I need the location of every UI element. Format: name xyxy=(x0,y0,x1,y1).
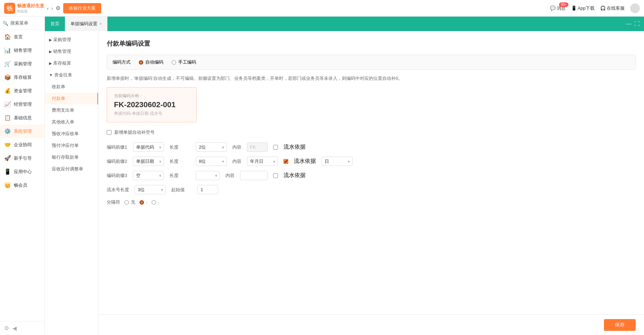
flow1-checkbox[interactable] xyxy=(273,145,278,150)
message-icon: 💬 xyxy=(550,6,556,11)
enterprise-icon: 🤝 xyxy=(4,141,11,148)
nav-arrow-left[interactable]: ‹ xyxy=(47,6,49,11)
separator-dot-radio[interactable]: · xyxy=(140,200,147,205)
content1-label: 内容 xyxy=(232,144,241,150)
sidebar-item-purchase[interactable]: 🛒 采购管理 xyxy=(0,57,45,71)
second-sidebar-purchase[interactable]: ▶ 采购管理 xyxy=(45,34,98,46)
second-sidebar-item-expense[interactable]: 费用支出单 xyxy=(45,104,98,116)
separator-dash-radio[interactable]: · xyxy=(152,200,160,205)
gear-icon[interactable]: ⚙ xyxy=(56,5,60,11)
serial-length-select[interactable]: 3位 xyxy=(135,185,166,194)
bottom-bar: 保存 xyxy=(98,314,644,335)
content1-input[interactable] xyxy=(247,142,268,152)
content2-select[interactable]: 年月日 xyxy=(247,157,278,166)
sales-icon: 📊 xyxy=(4,47,11,54)
prefix3-select[interactable]: 空 xyxy=(133,171,164,180)
sidebar-footer: ⚙ ◀ xyxy=(0,321,45,335)
length3-select[interactable] xyxy=(196,171,220,180)
length3-select-wrap[interactable]: ▼ xyxy=(196,171,220,180)
sidebar-item-finance[interactable]: 💰 资金管理 xyxy=(0,84,45,97)
logo-text: 畅捷通好生意 精益版 xyxy=(17,3,44,14)
app-download[interactable]: 📱 App下载 xyxy=(571,5,595,11)
appcenter-icon: 📱 xyxy=(4,168,11,175)
length2-select-wrap[interactable]: 8位 ▼ xyxy=(196,157,227,166)
separator-none-radio[interactable]: 无 xyxy=(124,199,135,205)
second-sidebar-item-pre-payment[interactable]: 预付冲应付单 xyxy=(45,140,98,151)
nav-arrow-right[interactable]: › xyxy=(51,6,53,11)
preview-label: 当前编码示例： xyxy=(114,93,189,99)
length1-select[interactable]: 2位 xyxy=(196,142,227,152)
flow3-checkbox[interactable] xyxy=(273,173,278,178)
prefix2-select[interactable]: 单据日期 xyxy=(133,157,164,166)
prefix2-select-wrap[interactable]: 单据日期 ▼ xyxy=(133,157,164,166)
tab-encoding-settings[interactable]: 单据编码设置 × xyxy=(65,17,107,31)
collapse-icon[interactable]: ◀ xyxy=(12,325,17,332)
second-sidebar-finance-header[interactable]: ▼ 资金往来 xyxy=(45,69,98,81)
member-icon: 👑 xyxy=(4,182,11,188)
tab-home[interactable]: 首页 xyxy=(45,17,65,31)
system-icon: ⚙️ xyxy=(4,128,11,134)
prefix2-label: 编码前缀2 xyxy=(107,158,127,165)
tab-expand-icon[interactable]: ⛶ xyxy=(634,21,640,27)
trial-btn[interactable]: 体验行业方案 xyxy=(63,3,101,13)
flow2-checkbox[interactable] xyxy=(283,159,288,164)
sidebar-item-appcenter[interactable]: 📱 应用中心 xyxy=(0,165,45,178)
flow3-label: 流水依据 xyxy=(283,172,306,179)
prefix1-select[interactable]: 单据代码 xyxy=(133,142,164,152)
sidebar-search[interactable]: 🔍 搜索菜单 xyxy=(0,17,45,30)
inventory-icon: 📦 xyxy=(4,74,11,81)
second-sidebar-item-bank[interactable]: 银行存取款单 xyxy=(45,151,98,163)
finance-icon: 💰 xyxy=(4,87,11,94)
prefix1-select-wrap[interactable]: 单据代码 ▼ xyxy=(133,142,164,152)
form-row-1: 编码前缀1 单据代码 ▼ 长度 2位 ▼ xyxy=(107,142,636,152)
second-sidebar-sales[interactable]: ▶ 销售管理 xyxy=(45,46,98,57)
start-value-input[interactable] xyxy=(198,185,218,194)
user-avatar[interactable] xyxy=(630,3,640,13)
auto-fill-checkbox[interactable] xyxy=(107,130,112,135)
second-sidebar-item-adjustment[interactable]: 应收应付调整单 xyxy=(45,163,98,175)
message-badge[interactable]: 💬 消息 99+ xyxy=(550,5,566,11)
encoding-method-label: 编码方式 xyxy=(113,59,131,65)
sidebar: 🔍 搜索菜单 🏠 首页 📊 销售管理 🛒 采购管理 📦 库存核算 💰 资金管理 … xyxy=(0,17,45,335)
service-icon: 🎧 xyxy=(600,6,606,11)
preview-value: FK-20230602-001 xyxy=(114,100,189,109)
length1-label: 长度 xyxy=(170,144,190,150)
second-sidebar-item-receipt[interactable]: 收款单 xyxy=(45,81,98,93)
second-sidebar-item-other-income[interactable]: 其他收入单 xyxy=(45,116,98,128)
sidebar-item-operations[interactable]: 📈 经营管理 xyxy=(0,97,45,111)
flow1-label: 流水依据 xyxy=(283,143,306,151)
online-service[interactable]: 🎧 在线客服 xyxy=(600,5,625,11)
sidebar-item-system[interactable]: ⚙️ 系统管理 xyxy=(0,124,45,138)
serial-length-select-wrap[interactable]: 3位 ▼ xyxy=(135,185,166,194)
flow2-unit-wrap[interactable]: 日 ▼ xyxy=(321,157,353,166)
length1-select-wrap[interactable]: 2位 ▼ xyxy=(196,142,227,152)
top-bar: 畅 畅捷通好生意 精益版 ‹ › ⚙ 体验行业方案 💬 消息 99+ 📱 App… xyxy=(0,0,644,17)
top-bar-nav: ‹ › ⚙ xyxy=(47,5,60,11)
sidebar-item-sales[interactable]: 📊 销售管理 xyxy=(0,44,45,57)
second-sidebar-item-payment[interactable]: 付款单 xyxy=(45,93,98,104)
auto-code-radio[interactable]: 自动编码 xyxy=(139,59,163,65)
sidebar-item-enterprise[interactable]: 🤝 企业协同 xyxy=(0,138,45,151)
sidebar-item-home[interactable]: 🏠 首页 xyxy=(0,30,45,44)
sidebar-item-member[interactable]: 👑 畅会员 xyxy=(0,178,45,192)
save-button[interactable]: 保存 xyxy=(604,319,636,331)
sidebar-item-inventory[interactable]: 📦 库存核算 xyxy=(0,71,45,84)
length2-select[interactable]: 8位 xyxy=(196,157,227,166)
split-layout: ▶ 采购管理 ▶ 销售管理 ▶ 库存核算 ▼ 资金往来 xyxy=(45,31,644,335)
tab-bar: 首页 单据编码设置 × — ⛶ xyxy=(45,17,644,31)
prefix3-select-wrap[interactable]: 空 ▼ xyxy=(133,171,164,180)
encoding-method-row: 编码方式 自动编码 手工编码 xyxy=(107,55,636,70)
sidebar-item-basic[interactable]: 📋 基础信息 xyxy=(0,111,45,124)
flow2-unit-select[interactable]: 日 xyxy=(321,157,353,166)
second-sidebar-inventory[interactable]: ▶ 库存核算 xyxy=(45,57,98,69)
content2-select-wrap[interactable]: 年月日 ▼ xyxy=(247,157,278,166)
tab-close-icon[interactable]: × xyxy=(99,21,102,26)
second-sidebar-item-pre-receipt[interactable]: 预收冲应收单 xyxy=(45,128,98,140)
auto-fill-label: 新增单据自动补空号 xyxy=(114,129,155,136)
manual-code-radio[interactable]: 手工编码 xyxy=(172,59,196,65)
top-bar-right: 💬 消息 99+ 📱 App下载 🎧 在线客服 xyxy=(550,3,640,13)
sidebar-item-guide[interactable]: 🚀 新手引导 xyxy=(0,151,45,165)
settings-icon[interactable]: ⚙ xyxy=(4,325,9,332)
content3-input[interactable] xyxy=(240,171,268,180)
tab-minimize-icon[interactable]: — xyxy=(626,21,632,27)
